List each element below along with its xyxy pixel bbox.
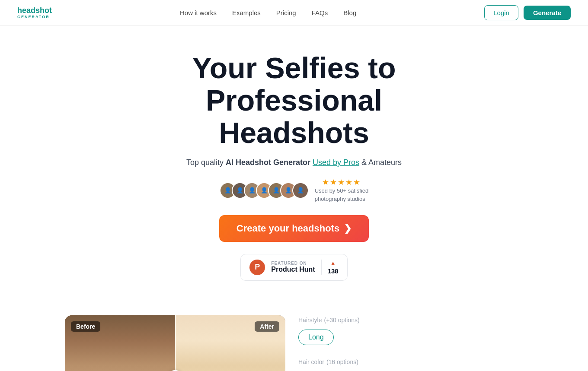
product-hunt-text: FEATURED ON Product Hunt [271,261,315,273]
login-button[interactable]: Login [484,5,518,20]
logo-text: headshot [17,6,52,14]
hairstyle-pill[interactable]: Long [298,330,334,345]
cta-button[interactable]: Create your headshots ❯ [219,215,369,242]
vote-count: 138 [328,267,339,275]
product-hunt-icon: P [249,260,265,275]
nav-examples[interactable]: Examples [232,9,261,16]
hero-title-line2: Headshots [219,116,369,149]
social-proof: 👤 👤 👤 👤 👤 👤 👤 ★★★★★ Used by 50+ satisfie… [9,178,579,203]
generate-button[interactable]: Generate [524,6,571,20]
nav-links: How it works Examples Pricing FAQs Blog [180,9,356,16]
hero-subtitle: Top quality AI Headshot Generator Used b… [9,158,579,167]
hair-color-options-hint: (16 options) [326,358,358,365]
cta-label: Create your headshots [236,223,339,234]
split-line [175,315,176,371]
navbar: headshot GENERATOR How it works Examples… [0,0,588,26]
hairstyle-label: Hairstyle (+30 options) [298,315,523,324]
subtitle-link[interactable]: Used by Pros [313,158,359,167]
hair-color-label: Hair color (16 options) [298,357,523,366]
product-hunt-badge[interactable]: P FEATURED ON Product Hunt ▲ 138 [240,254,347,281]
subtitle-prefix: Top quality [186,158,226,167]
social-text: Used by 50+ satisfied photography studio… [315,187,369,203]
nav-pricing[interactable]: Pricing [276,9,296,16]
after-label: After [255,321,279,332]
before-label: Before [71,321,100,332]
options-panel: Hairstyle (+30 options) Long Hair color … [298,315,523,371]
hero-section: Your Selfies to Professional Headshots T… [0,26,588,315]
star-rating: ★★★★★ [315,178,369,187]
product-hunt-votes: ▲ 138 [321,260,339,275]
before-after-container: Before After <> [65,315,285,371]
cta-arrow-icon: ❯ [344,223,352,234]
hero-title: Your Selfies to Professional Headshots [117,52,471,149]
nav-blog[interactable]: Blog [343,9,356,16]
hero-title-line1: Your Selfies to Professional [192,51,396,117]
hair-color-option-group: Hair color (16 options) Blond [298,357,523,371]
product-hunt-featured-label: FEATURED ON [271,261,315,266]
demo-section: Before After <> Hairstyle (+30 options) … [56,315,532,371]
subtitle-suffix: & Amateurs [359,158,402,167]
hairstyle-options-hint: (+30 options) [324,317,359,323]
nav-how-it-works[interactable]: How it works [180,9,217,16]
nav-faqs[interactable]: FAQs [312,9,328,16]
social-proof-text: ★★★★★ Used by 50+ satisfied photography … [315,178,369,203]
logo-sub: GENERATOR [17,15,52,19]
logo[interactable]: headshot GENERATOR [17,6,52,19]
avatar-strip: 👤 👤 👤 👤 👤 👤 👤 [220,182,309,199]
hairstyle-option-group: Hairstyle (+30 options) Long [298,315,523,345]
subtitle-bold: AI Headshot Generator [226,158,310,167]
nav-actions: Login Generate [484,5,571,20]
product-hunt-name: Product Hunt [271,266,315,273]
avatar: 👤 [292,182,309,199]
cta-container: Create your headshots ❯ [9,215,579,254]
upvote-icon: ▲ [330,260,336,266]
